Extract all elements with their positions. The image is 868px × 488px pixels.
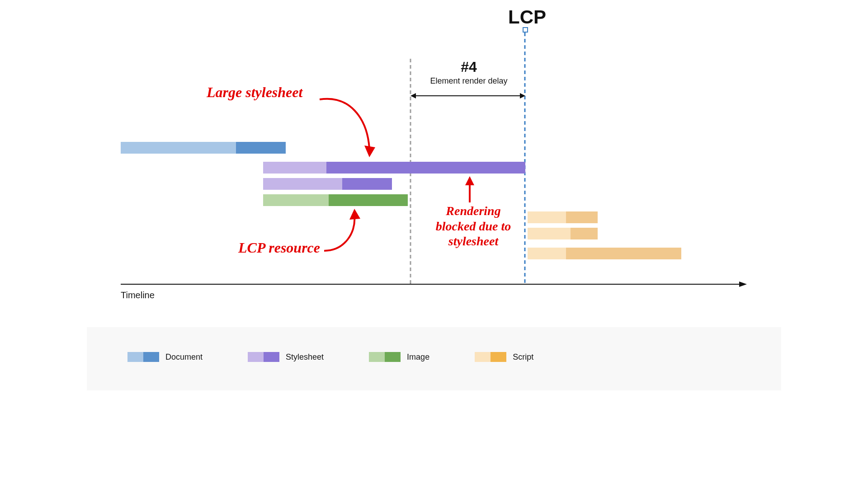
arrow-large-stylesheet [317, 90, 390, 158]
legend-image-label: Image [407, 352, 429, 362]
legend-document: Document [127, 352, 203, 362]
arrow-lcp-resource [322, 208, 372, 258]
legend-document-label: Document [165, 352, 203, 362]
bar-script-1 [528, 211, 598, 223]
segment-double-arrow [410, 90, 525, 101]
bar-lcp-image [263, 194, 408, 206]
legend-stylesheet-label: Stylesheet [286, 352, 324, 362]
lcp-marker-handle [523, 27, 528, 33]
legend: Document Stylesheet Image Script [87, 327, 781, 390]
arrow-render-blocked [463, 176, 476, 204]
segment-number: #4 [412, 59, 525, 75]
legend-image: Image [369, 352, 429, 362]
segment-label-block: #4 Element render delay [412, 59, 525, 86]
bar-script-2 [528, 228, 598, 239]
diagram-canvas: LCP #4 Element render delay [87, 0, 781, 390]
bar-document [121, 142, 286, 154]
bar-stylesheet-large [263, 162, 525, 174]
svg-marker-6 [364, 145, 375, 157]
annot-large-stylesheet: Large stylesheet [207, 84, 302, 101]
bar-script-3 [528, 248, 681, 259]
svg-marker-4 [410, 93, 416, 99]
annot-lcp-resource: LCP resource [238, 239, 320, 256]
legend-stylesheet: Stylesheet [248, 352, 324, 362]
svg-marker-9 [465, 176, 474, 185]
timeline-label: Timeline [121, 290, 155, 300]
legend-script: Script [475, 352, 533, 362]
svg-marker-11 [739, 282, 747, 287]
svg-marker-7 [349, 209, 360, 220]
bar-stylesheet-2 [263, 178, 392, 190]
svg-rect-0 [523, 28, 528, 32]
lcp-label: LCP [508, 6, 546, 28]
segment-label: Element render delay [412, 76, 525, 86]
legend-script-label: Script [513, 352, 533, 362]
svg-marker-5 [520, 93, 525, 99]
annot-render-blocked: Rendering blocked due to stylesheet [430, 203, 516, 249]
timeline-axis [121, 280, 747, 289]
